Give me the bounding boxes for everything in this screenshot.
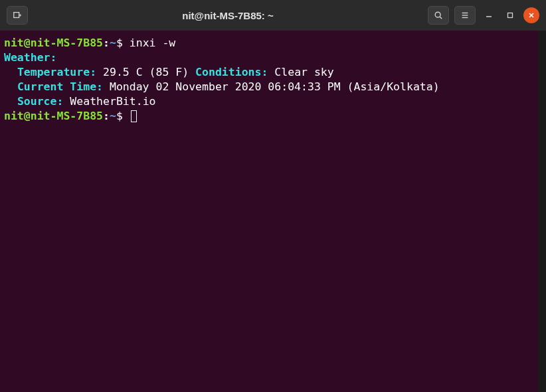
titlebar: nit@nit-MS-7B85: ~ bbox=[0, 0, 546, 31]
prompt-line-2: nit@nit-MS-7B85:~$ bbox=[4, 109, 534, 124]
cursor bbox=[131, 110, 137, 122]
prompt-user: nit@nit-MS-7B85 bbox=[4, 37, 103, 49]
close-button[interactable] bbox=[523, 7, 539, 23]
maximize-button[interactable] bbox=[502, 7, 518, 23]
terminal-body[interactable]: nit@nit-MS-7B85:~$ inxi -w Weather: Temp… bbox=[0, 31, 546, 392]
command-text: inxi -w bbox=[130, 37, 176, 49]
output-temp-line: Temperature: 29.5 C (85 F) Conditions: C… bbox=[4, 65, 534, 80]
svg-rect-0 bbox=[14, 13, 19, 18]
minimize-button[interactable] bbox=[481, 7, 497, 23]
prompt-path: ~ bbox=[110, 37, 116, 49]
output-time-line: Current Time: Monday 02 November 2020 06… bbox=[4, 80, 534, 94]
output-header: Weather: bbox=[4, 50, 534, 65]
menu-button[interactable] bbox=[454, 6, 476, 25]
prompt-symbol: $ bbox=[116, 37, 123, 49]
window-title: nit@nit-MS-7B85: ~ bbox=[33, 10, 422, 21]
output-source-line: Source: WeatherBit.io bbox=[4, 94, 534, 109]
svg-point-1 bbox=[435, 12, 440, 17]
terminal-window: nit@nit-MS-7B85: ~ bbox=[0, 0, 546, 392]
search-button[interactable] bbox=[428, 6, 449, 25]
new-tab-button[interactable] bbox=[7, 6, 28, 25]
svg-rect-7 bbox=[508, 13, 513, 18]
prompt-line-1: nit@nit-MS-7B85:~$ inxi -w bbox=[4, 36, 534, 50]
svg-line-2 bbox=[440, 17, 442, 19]
